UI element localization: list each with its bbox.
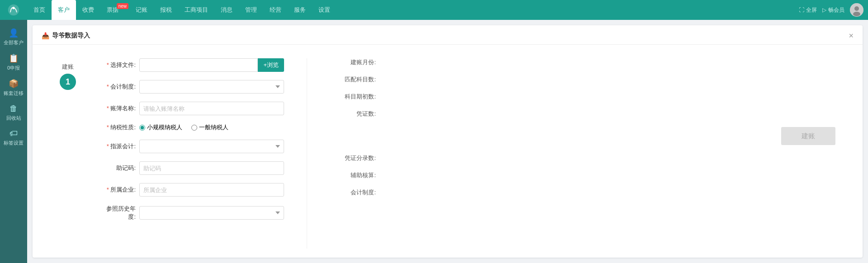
ledger-name-row: 账簿名称: [103,102,284,115]
trash-icon: 🗑 [9,104,18,113]
accounting-system-select[interactable] [139,80,284,94]
voucher-count-label: 凭证数: [339,110,379,118]
sidebar-label-all-customers: 全部客户 [4,39,24,46]
close-button[interactable]: × [849,32,854,40]
nav-commerce[interactable]: 工商项目 [178,0,214,20]
company-label: 所属企业: [103,186,139,194]
tax-type-row: 纳税性质: 小规模纳税人 一般纳税人 [103,123,284,132]
tag-icon: 🏷 [9,129,18,138]
layout: 👤 全部客户 📋 0申报 📦 账套迁移 🗑 回收站 🏷 标签设置 📥 导爷 [0,20,868,263]
new-badge: new [117,3,128,9]
nav-invoices[interactable]: 票据 new [100,0,129,20]
sidebar-item-declarations[interactable]: 📋 0申报 [0,50,27,75]
fullscreen-icon: ⛶ [799,7,804,13]
step-area: 建账 1 [60,58,76,249]
browse-button[interactable]: +浏览 [258,58,284,72]
assign-accountant-row: 指派会计: [103,140,284,153]
sidebar-label-recycle: 回收站 [6,115,21,122]
import-icon: 📥 [42,32,49,39]
sidebar-item-all-customers[interactable]: 👤 全部客户 [0,24,27,50]
history-year-row: 参照历史年度: [103,205,284,221]
accounting-system-label: 会计制度: [103,83,139,91]
nav-operations[interactable]: 经营 [263,0,288,20]
voucher-entries-row: 凭证分录数: [339,154,835,162]
sidebar-item-recycle[interactable]: 🗑 回收站 [0,100,27,125]
history-year-select[interactable] [139,206,284,220]
voucher-entries-label: 凭证分录数: [339,154,379,162]
tax-type-label: 纳税性质: [103,123,139,132]
form-left: 选择文件: +浏览 会计制度: [103,58,284,249]
sidebar-label-tags: 标签设置 [4,140,24,146]
tax-type-radio-group: 小规模纳税人 一般纳税人 [139,123,228,132]
dialog-header: 📥 导爷数据导入 × [33,25,863,45]
svg-point-3 [854,6,859,11]
build-btn-container: 建账 [339,127,835,145]
dialog-container: 📥 导爷数据导入 × 建账 1 选择文件: [33,25,863,258]
nav-management[interactable]: 管理 [239,0,263,20]
build-account-button[interactable]: 建账 [781,127,835,145]
sidebar-label-migration: 账套迁移 [4,90,24,97]
build-month-label: 建账月份: [339,58,379,66]
company-input[interactable] [139,183,284,197]
file-label: 选择文件: [103,61,139,69]
nav-fees[interactable]: 收费 [76,0,100,20]
nav-settings[interactable]: 设置 [312,0,337,20]
small-taxpayer-radio[interactable] [139,125,145,131]
nav-customers[interactable]: 客户 [52,0,76,20]
memo-code-label: 助记码: [103,164,139,172]
svg-point-1 [12,7,14,9]
nav-tax[interactable]: 报税 [154,0,178,20]
dialog-title-text: 导爷数据导入 [52,32,90,40]
play-icon: ▷ [822,7,826,13]
match-subjects-row: 匹配科目数: [339,75,835,84]
match-subjects-label: 匹配科目数: [339,75,379,84]
company-row: 所属企业: [103,183,284,197]
aux-accounting-row: 辅助核算: [339,171,835,179]
memo-code-row: 助记码: [103,161,284,175]
assign-accountant-label: 指派会计: [103,142,139,150]
avatar[interactable] [850,3,863,17]
nav-bookkeeping[interactable]: 记账 [129,0,154,20]
file-row: 选择文件: +浏览 [103,58,284,72]
build-month-row: 建账月份: [339,58,835,66]
sidebar-item-migration[interactable]: 📦 账套迁移 [0,75,27,100]
nav-messages[interactable]: 消息 [214,0,239,20]
ledger-name-input[interactable] [139,102,284,115]
history-year-label: 参照历史年度: [103,205,139,221]
declarations-icon: 📋 [9,53,19,63]
right-section: 建账月份: 匹配科目数: 科目期初数: 凭证数: [330,58,835,249]
nav-services[interactable]: 服务 [288,0,312,20]
logo [5,1,23,19]
vip-button[interactable]: ▷ 畅会员 [822,6,844,14]
memo-code-input[interactable] [139,161,284,175]
fullscreen-button[interactable]: ⛶ 全屏 [799,6,817,14]
assign-accountant-select[interactable] [139,140,284,153]
aux-accounting-label: 辅助核算: [339,171,379,179]
sidebar: 👤 全部客户 📋 0申报 📦 账套迁移 🗑 回收站 🏷 标签设置 [0,20,27,263]
main-content: 📥 导爷数据导入 × 建账 1 选择文件: [27,20,868,263]
sidebar-label-declarations: 0申报 [7,65,20,71]
panel-divider [307,58,307,249]
dialog-title: 📥 导爷数据导入 [42,32,90,40]
ledger-name-label: 账簿名称: [103,104,139,113]
small-taxpayer-option[interactable]: 小规模纳税人 [139,123,182,132]
file-input-group: +浏览 [139,58,284,72]
step-label: 建账 [62,63,74,71]
accounting-system-right-row: 会计制度: [339,188,835,197]
right-panel: 建账月份: 匹配科目数: 科目期初数: 凭证数: [330,58,835,206]
nav-home[interactable]: 首页 [27,0,52,20]
svg-point-4 [853,12,860,16]
voucher-count-row: 凭证数: [339,110,835,118]
step-circle: 1 [60,74,76,90]
migration-icon: 📦 [9,79,19,89]
svg-point-0 [8,5,19,16]
accounting-system-row: 会计制度: [103,80,284,94]
general-taxpayer-option[interactable]: 一般纳税人 [191,123,228,132]
general-taxpayer-radio[interactable] [191,125,197,131]
file-input[interactable] [139,58,258,72]
general-taxpayer-label: 一般纳税人 [199,123,228,132]
sidebar-item-tags[interactable]: 🏷 标签设置 [0,125,27,150]
subjects-initial-label: 科目期初数: [339,93,379,101]
accounting-system-right-label: 会计制度: [339,188,379,197]
top-nav: 首页 客户 收费 票据 new 记账 报税 工商项目 消息 管理 经营 服务 设… [0,0,868,20]
